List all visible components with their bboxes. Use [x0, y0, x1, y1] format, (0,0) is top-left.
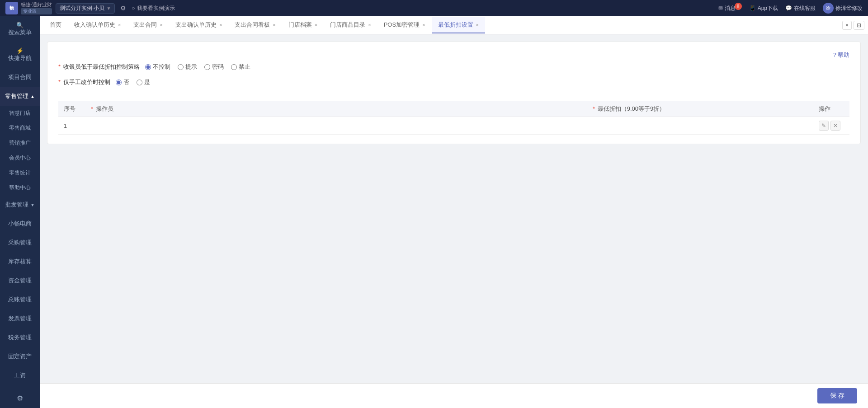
demo-link[interactable]: 我要看实例演示 [132, 5, 175, 12]
sidebar: 🔍 搜索菜单 ⚡ 快捷导航 项目合同 零售管理 ▲ 智慧门店 零售商城 营销推广… [0, 16, 40, 408]
tab-close-payment-confirm-history[interactable]: × [219, 22, 222, 28]
tab-bar: 首页 收入确认单历史 × 支出合同 × 支出确认单历史 × 支出合同看板 × 门… [40, 16, 868, 34]
tab-pos-lock-mgmt[interactable]: POS加密管理 × [377, 17, 432, 33]
chevron-down-icon: ▼ [30, 202, 35, 207]
settings-icon: ⚙ [17, 394, 23, 402]
sidebar-item-salary[interactable]: 工资 [0, 366, 40, 385]
message-icon: ✉ [718, 5, 723, 11]
sidebar-item-tax-mgmt[interactable]: 税务管理 [0, 328, 40, 347]
sidebar-item-marketing[interactable]: 营销推广 [0, 136, 40, 150]
radio-password[interactable] [204, 64, 210, 70]
app-download-button[interactable]: 📱 App下载 [749, 5, 778, 12]
sidebar-item-wholesale-mgmt[interactable]: 批发管理 ▼ [0, 195, 40, 214]
radio-manual-no[interactable] [116, 80, 122, 85]
manual-price-radio-group: 否 是 [116, 78, 150, 86]
sidebar-item-ecommerce[interactable]: 小畅电商 [0, 214, 40, 233]
user-profile-button[interactable]: 徐 徐泽华修改 [823, 3, 863, 14]
bottom-bar: 保 存 [40, 383, 868, 408]
row-action-buttons: ✎ ✕ [819, 121, 844, 131]
radio-manual-yes[interactable] [137, 80, 142, 85]
avatar: 徐 [823, 3, 834, 14]
sidebar-item-inventory[interactable]: 库存核算 [0, 252, 40, 271]
tab-payment-contract[interactable]: 支出合同 × [127, 17, 169, 33]
discount-strategy-row: * 收银员低于最低折扣控制策略 不控制 提示 [58, 63, 849, 71]
edit-row-button[interactable]: ✎ [819, 121, 829, 131]
radio-no-control[interactable] [145, 64, 151, 70]
option-manual-yes[interactable]: 是 [137, 78, 150, 86]
message-badge: 8 [735, 3, 742, 10]
sidebar-item-member-center[interactable]: 会员中心 [0, 150, 40, 165]
sidebar-item-fixed-assets[interactable]: 固定资产 [0, 347, 40, 366]
save-button[interactable]: 保 存 [817, 388, 857, 403]
shortcut-icon: ⚡ [4, 47, 36, 54]
tab-end-buttons: × ⊡ [842, 21, 864, 30]
project-selector[interactable]: 测试分开实例·小贝 ▼ [56, 3, 115, 14]
tab-store-product-catalog[interactable]: 门店商品目录 × [324, 17, 377, 33]
tab-close-payment-contract-board[interactable]: × [273, 22, 275, 28]
top-bar-right: ✉ 消息 8 📱 App下载 💬 在线客服 徐 徐泽华修改 [718, 3, 863, 14]
table-row: 1 ✎ ✕ [58, 117, 849, 135]
cell-seq: 1 [58, 117, 85, 135]
tab-close-payment-contract[interactable]: × [160, 22, 162, 28]
gear-button[interactable]: ⚙ [118, 3, 128, 14]
tab-close-store-file[interactable]: × [315, 22, 317, 28]
manual-price-label: * 仅手工改价时控制 [58, 78, 110, 86]
tab-min-discount-settings[interactable]: 最低折扣设置 × [432, 17, 485, 33]
cell-operator [85, 117, 587, 135]
content-area: 首页 收入确认单历史 × 支出合同 × 支出确认单历史 × 支出合同看板 × 门… [40, 16, 868, 408]
table-header-row: 序号 * 操作员 * 最低折扣（9.00等于9折） 操作 [58, 101, 849, 117]
option-tip[interactable]: 提示 [178, 63, 197, 71]
option-manual-no[interactable]: 否 [116, 78, 129, 86]
tab-store-file[interactable]: 门店档案 × [282, 17, 324, 33]
logo-area: 畅 畅捷·通好业财 专业版 [5, 2, 52, 14]
help-link[interactable]: ？帮助 [832, 51, 849, 59]
sidebar-item-help-center[interactable]: 帮助中心 [0, 180, 40, 195]
tab-home[interactable]: 首页 [43, 17, 68, 33]
sidebar-item-retail-mall[interactable]: 零售商城 [0, 121, 40, 136]
sidebar-item-shortcut[interactable]: ⚡ 快捷导航 [0, 42, 40, 68]
th-operator: * 操作员 [85, 101, 587, 117]
tab-close-income-confirm-history[interactable]: × [118, 22, 121, 28]
th-seq: 序号 [58, 101, 85, 117]
sidebar-settings-button[interactable]: ⚙ [0, 389, 40, 408]
tab-close-min-discount-settings[interactable]: × [476, 22, 479, 28]
sidebar-item-invoice-mgmt[interactable]: 发票管理 [0, 309, 40, 328]
main-container: 🔍 搜索菜单 ⚡ 快捷导航 项目合同 零售管理 ▲ 智慧门店 零售商城 营销推广… [0, 16, 868, 408]
sidebar-item-project-contract[interactable]: 项目合同 [0, 68, 40, 87]
project-name: 测试分开实例·小贝 [60, 5, 104, 12]
tab-payment-confirm-history[interactable]: 支出确认单历史 × [169, 17, 228, 33]
sidebar-item-search[interactable]: 🔍 搜索菜单 [0, 16, 40, 42]
option-no-control[interactable]: 不控制 [145, 63, 170, 71]
sidebar-item-accounting[interactable]: 总账管理 [0, 290, 40, 309]
sidebar-item-smart-store[interactable]: 智慧门店 [0, 106, 40, 121]
tab-close-pos-lock-mgmt[interactable]: × [422, 22, 425, 28]
online-service-button[interactable]: 💬 在线客服 [785, 5, 816, 12]
settings-card: ？帮助 * 收银员低于最低折扣控制策略 不控制 [47, 42, 861, 144]
sidebar-item-purchase-mgmt[interactable]: 采购管理 [0, 233, 40, 252]
restore-tab-button[interactable]: ⊡ [854, 21, 864, 30]
radio-tip[interactable] [178, 64, 184, 70]
brand-name: 畅捷·通好业财 [21, 2, 52, 8]
option-password[interactable]: 密码 [204, 63, 224, 71]
tab-income-confirm-history[interactable]: 收入确认单历史 × [68, 17, 127, 33]
discount-strategy-radio-group: 不控制 提示 密码 禁止 [145, 63, 250, 71]
tab-close-store-product-catalog[interactable]: × [368, 22, 371, 28]
th-action: 操作 [813, 101, 849, 117]
th-min-discount: * 最低折扣（9.00等于9折） [587, 101, 813, 117]
sidebar-item-finance[interactable]: 资金管理 [0, 271, 40, 290]
messages-button[interactable]: ✉ 消息 8 [718, 5, 742, 12]
discount-strategy-label: * 收银员低于最低折扣控制策略 [58, 63, 140, 71]
top-bar: 畅 畅捷·通好业财 专业版 测试分开实例·小贝 ▼ ⚙ 我要看实例演示 ✉ 消息… [0, 0, 868, 16]
sidebar-item-retail-mgmt[interactable]: 零售管理 ▲ [0, 87, 40, 106]
close-tab-button[interactable]: × [842, 21, 852, 30]
cell-min-discount [587, 117, 813, 135]
cell-action: ✎ ✕ [813, 117, 849, 135]
delete-row-button[interactable]: ✕ [830, 121, 840, 131]
radio-ban[interactable] [231, 64, 237, 70]
version-badge: 专业版 [21, 8, 52, 14]
page-content: ？帮助 * 收银员低于最低折扣控制策略 不控制 [40, 34, 868, 383]
tab-payment-contract-board[interactable]: 支出合同看板 × [228, 17, 282, 33]
option-ban[interactable]: 禁止 [231, 63, 250, 71]
chevron-down-icon: ▼ [106, 6, 111, 11]
sidebar-item-retail-stats[interactable]: 零售统计 [0, 165, 40, 180]
